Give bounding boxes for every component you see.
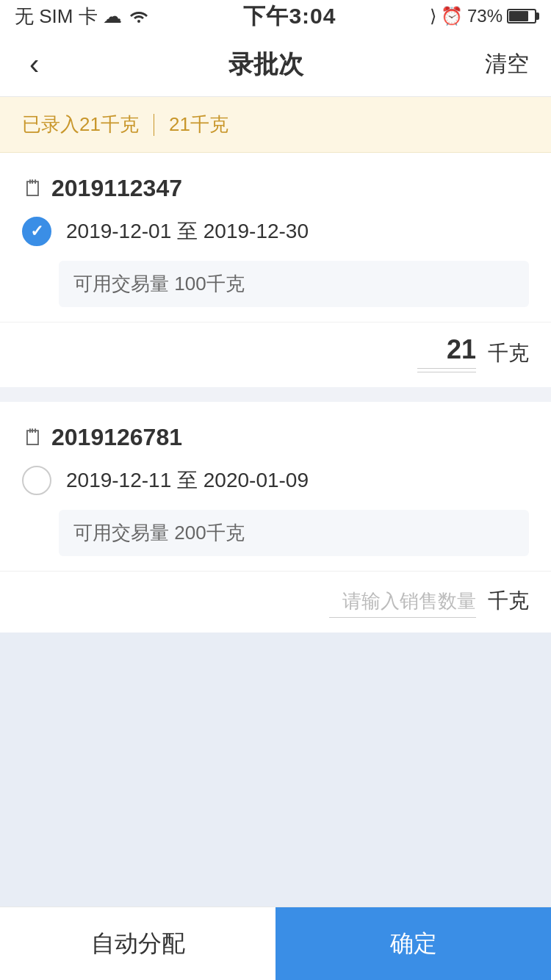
clear-button[interactable]: 清空 bbox=[485, 49, 529, 79]
batch-1-header: 🗒 2019112347 bbox=[0, 153, 551, 209]
batch-1-qty-row: 21 千克 bbox=[0, 322, 551, 387]
nav-bar: ‹ 录批次 清空 bbox=[0, 32, 551, 97]
batch-card-2: 🗒 2019126781 2019-12-11 至 2020-01-09 可用交… bbox=[0, 402, 551, 633]
batch-1-unit: 千克 bbox=[488, 339, 529, 367]
batch-1-qty-underline[interactable]: 21 bbox=[417, 334, 476, 372]
document-icon-2: 🗒 bbox=[22, 425, 44, 450]
status-right: ⟩ ⏰ 73% bbox=[430, 6, 536, 26]
summary-bar: 已录入21千克 21千克 bbox=[0, 97, 551, 153]
batch-1-qty-value[interactable]: 21 bbox=[417, 334, 476, 369]
svg-point-0 bbox=[137, 20, 140, 23]
batch-1-available: 可用交易量 100千克 bbox=[59, 261, 529, 307]
document-icon-1: 🗒 bbox=[22, 176, 44, 201]
battery-icon bbox=[507, 9, 536, 24]
battery-text: 73% bbox=[467, 6, 503, 26]
back-button[interactable]: ‹ bbox=[22, 40, 46, 88]
page-title: 录批次 bbox=[228, 48, 303, 82]
summary-divider bbox=[154, 114, 154, 136]
status-left: 无 SIM 卡 ☁ bbox=[15, 4, 150, 29]
batch-1-date: 2019-12-01 至 2019-12-30 bbox=[66, 217, 309, 245]
batch-2-qty-row[interactable]: 千克 bbox=[0, 571, 551, 633]
batch-2-available: 可用交易量 200千克 bbox=[59, 510, 529, 556]
confirm-button[interactable]: 确定 bbox=[276, 907, 551, 980]
recorded-label: 已录入21千克 bbox=[22, 112, 139, 137]
location-icon: ⟩ bbox=[430, 6, 436, 26]
separator-1 bbox=[0, 387, 551, 402]
batch-card-1: 🗒 2019112347 2019-12-01 至 2019-12-30 可用交… bbox=[0, 153, 551, 387]
batch-2-date-row[interactable]: 2019-12-11 至 2020-01-09 bbox=[0, 458, 551, 502]
alarm-icon: ⏰ bbox=[441, 6, 463, 26]
batch-2-qty-underline[interactable] bbox=[329, 583, 476, 618]
status-bar: 无 SIM 卡 ☁ 下午3:04 ⟩ ⏰ 73% bbox=[0, 0, 551, 32]
total-label: 21千克 bbox=[169, 112, 228, 137]
wifi-icon bbox=[128, 9, 150, 24]
batch-1-number: 2019112347 bbox=[51, 175, 182, 202]
status-time: 下午3:04 bbox=[243, 1, 336, 32]
auto-distribute-button[interactable]: 自动分配 bbox=[0, 907, 276, 980]
batch-2-qty-input[interactable] bbox=[329, 583, 476, 614]
batch-1-date-row[interactable]: 2019-12-01 至 2019-12-30 bbox=[0, 209, 551, 253]
no-sim-text: 无 SIM 卡 ☁ bbox=[15, 4, 122, 29]
batch-1-radio[interactable] bbox=[22, 217, 51, 246]
batch-2-date: 2019-12-11 至 2020-01-09 bbox=[66, 466, 309, 494]
bottom-bar: 自动分配 确定 bbox=[0, 907, 551, 980]
batch-2-radio[interactable] bbox=[22, 466, 51, 495]
batch-2-header: 🗒 2019126781 bbox=[0, 402, 551, 458]
batch-2-unit: 千克 bbox=[488, 587, 529, 615]
batch-2-number: 2019126781 bbox=[51, 424, 182, 451]
content-area: 🗒 2019112347 2019-12-01 至 2019-12-30 可用交… bbox=[0, 153, 551, 980]
